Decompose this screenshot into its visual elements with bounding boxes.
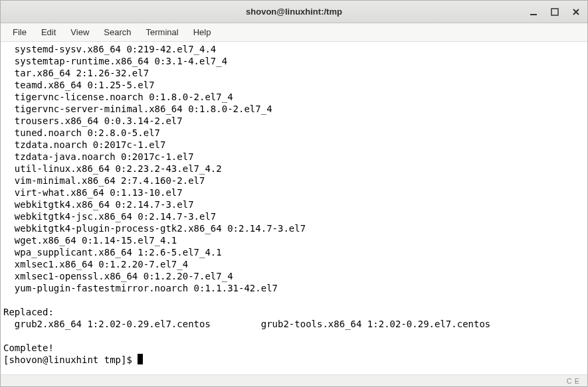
window-title: shovon@linuxhint:/tmp [246, 7, 342, 17]
cursor [138, 354, 143, 364]
menu-help[interactable]: Help [187, 25, 218, 40]
window-controls [528, 6, 582, 18]
shell-prompt: [shovon@linuxhint tmp]$ [3, 354, 138, 365]
terminal-window: shovon@linuxhint:/tmp File Edit View Sea… [0, 0, 588, 387]
status-indicator: CE [567, 377, 582, 385]
svg-rect-1 [551, 9, 558, 15]
terminal-output[interactable]: systemd-sysv.x86_64 0:219-42.el7_4.4 sys… [1, 42, 587, 374]
minimize-button[interactable] [528, 6, 539, 18]
menu-terminal[interactable]: Terminal [140, 25, 185, 40]
titlebar: shovon@linuxhint:/tmp [1, 1, 587, 23]
maximize-button[interactable] [549, 6, 561, 18]
menu-edit[interactable]: Edit [35, 25, 62, 40]
statusbar: CE [1, 374, 587, 386]
menu-file[interactable]: File [6, 25, 33, 40]
menu-search[interactable]: Search [97, 25, 138, 40]
menubar: File Edit View Search Terminal Help [1, 23, 587, 42]
svg-rect-0 [530, 14, 537, 15]
close-button[interactable] [570, 6, 582, 18]
menu-view[interactable]: View [64, 25, 96, 40]
